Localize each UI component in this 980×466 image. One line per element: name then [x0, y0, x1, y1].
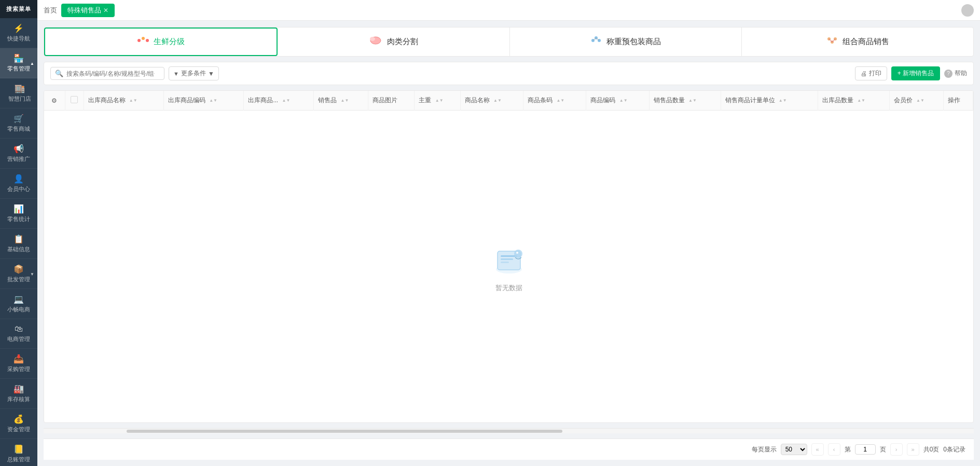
- th-sale-qty-label: 销售品数量: [654, 97, 685, 104]
- sidebar-item-inventory[interactable]: 🏭 库存核算: [0, 379, 37, 409]
- inventory-icon: 🏭: [13, 384, 24, 394]
- print-button[interactable]: 🖨 打印: [855, 66, 887, 80]
- sidebar-item-label: 小畅电商: [7, 306, 30, 313]
- retail-mgmt-icon: 🏪: [13, 53, 24, 63]
- horizontal-scrollbar[interactable]: [44, 428, 974, 433]
- th-prod-barcode[interactable]: 商品条码 ▲▼: [523, 91, 586, 111]
- new-product-button[interactable]: + 新增销售品: [891, 66, 940, 80]
- sort-icon[interactable]: ▲▼: [209, 98, 217, 103]
- active-tab[interactable]: 特殊销售品 ✕: [61, 4, 115, 17]
- help-icon: ?: [944, 70, 953, 78]
- th-prod-name[interactable]: 商品名称 ▲▼: [460, 91, 523, 111]
- help-button[interactable]: ? 帮助: [944, 69, 967, 78]
- svg-point-21: [516, 252, 518, 254]
- sort-icon[interactable]: ▲▼: [129, 98, 137, 103]
- first-page-icon: «: [816, 446, 819, 453]
- sidebar-item-marketing[interactable]: 📢 营销推广: [0, 139, 37, 169]
- per-page-select[interactable]: 10 20 50 100: [781, 444, 807, 455]
- sidebar-item-label: 零售商城: [7, 125, 30, 133]
- sort-icon[interactable]: ▲▼: [619, 98, 628, 103]
- th-check[interactable]: [65, 91, 84, 111]
- sidebar-item-smart-store[interactable]: 🏬 智慧门店: [0, 78, 37, 108]
- cat-tab-fresh-grade[interactable]: 生鲜分级: [44, 28, 278, 56]
- th-out-name-label: 出库商品名称: [88, 97, 126, 104]
- sidebar: 搜索菜单 ⚡ 快捷导航 🏪 零售管理 🏬 智慧门店 🛒 零售商城 📢 营销推广 …: [0, 0, 37, 466]
- sidebar-item-retail-mall[interactable]: 🛒 零售商城: [0, 108, 37, 139]
- print-icon: 🖨: [861, 70, 867, 77]
- sidebar-item-retail-mgmt[interactable]: 🏪 零售管理: [0, 48, 37, 78]
- prev-page-btn[interactable]: ‹: [828, 443, 840, 456]
- th-out-code-label: 出库商品编码: [168, 97, 205, 104]
- th-out-name[interactable]: 出库商品名称 ▲▼: [84, 91, 163, 111]
- th-prod-code[interactable]: 商品编码 ▲▼: [586, 91, 649, 111]
- sidebar-item-quick-nav[interactable]: ⚡ 快捷导航: [0, 18, 37, 48]
- cat-tab-weight-pkg[interactable]: 称重预包装商品: [510, 28, 742, 56]
- th-out-spec[interactable]: 出库商品... ▲▼: [244, 91, 314, 111]
- cat-tab-meat-split[interactable]: 肉类分割: [278, 28, 509, 56]
- sidebar-item-label: 基础信息: [7, 245, 30, 253]
- search-input[interactable]: [66, 70, 155, 77]
- tab-close-icon[interactable]: ✕: [103, 7, 108, 14]
- page-suffix: 页: [880, 445, 886, 454]
- th-out-code[interactable]: 出库商品编码 ▲▼: [163, 91, 243, 111]
- sort-icon[interactable]: ▲▼: [341, 98, 349, 103]
- select-all-checkbox[interactable]: [71, 96, 78, 103]
- sort-icon[interactable]: ▲▼: [556, 98, 564, 103]
- sidebar-item-ecom-mgmt[interactable]: 🛍 电商管理: [0, 319, 37, 349]
- th-member-price[interactable]: 会员价 ▲▼: [889, 91, 944, 111]
- th-out-qty[interactable]: 出库品数量 ▲▼: [818, 91, 889, 111]
- th-sale-unit[interactable]: 销售商品计量单位 ▲▼: [721, 91, 818, 111]
- sort-icon[interactable]: ▲▼: [688, 98, 697, 103]
- member-center-icon: 👤: [13, 174, 24, 184]
- sidebar-item-mini-ecom[interactable]: 💻 小畅电商: [0, 289, 37, 319]
- th-out-qty-label: 出库品数量: [822, 97, 853, 104]
- breadcrumb-home[interactable]: 首页: [44, 6, 57, 15]
- sort-icon[interactable]: ▲▼: [779, 98, 787, 103]
- sidebar-item-label: 零售统计: [7, 215, 30, 223]
- sort-icon[interactable]: ▲▼: [857, 98, 865, 103]
- sidebar-item-purchase-mgmt[interactable]: 📥 采购管理: [0, 349, 37, 379]
- meat-split-icon: [368, 36, 383, 48]
- smart-store-icon: 🏬: [15, 84, 25, 93]
- sidebar-item-general-ledger[interactable]: 📒 总账管理: [0, 439, 37, 466]
- user-avatar[interactable]: [961, 4, 974, 17]
- th-main-weight[interactable]: 主重 ▲▼: [415, 91, 460, 111]
- sidebar-item-basic-info[interactable]: 📋 基础信息: [0, 229, 37, 259]
- sidebar-item-member-center[interactable]: 👤 会员中心: [0, 169, 37, 199]
- next-page-btn[interactable]: ›: [890, 443, 903, 456]
- sort-icon[interactable]: ▲▼: [916, 98, 924, 103]
- th-main-weight-label: 主重: [419, 97, 431, 104]
- th-sale-prod[interactable]: 销售品 ▲▼: [314, 91, 368, 111]
- empty-icon: [488, 241, 530, 277]
- page-label: 第: [845, 445, 851, 454]
- search-box[interactable]: 🔍: [50, 67, 164, 80]
- sort-icon[interactable]: ▲▼: [435, 98, 444, 103]
- sidebar-item-batch-mgmt[interactable]: 📦 批发管理: [0, 259, 37, 289]
- sort-icon[interactable]: ▲▼: [493, 98, 502, 103]
- sort-icon[interactable]: ▲▼: [282, 98, 291, 103]
- marketing-icon: 📢: [13, 144, 24, 154]
- svg-rect-18: [501, 258, 513, 260]
- svg-point-2: [146, 39, 149, 42]
- filter-btn[interactable]: ▼ 更多条件 ▼: [169, 66, 219, 80]
- print-label: 打印: [869, 69, 881, 78]
- sidebar-item-retail-stats[interactable]: 📊 零售统计: [0, 199, 37, 229]
- th-prod-img[interactable]: 商品图片: [368, 91, 415, 111]
- last-page-btn[interactable]: »: [907, 443, 919, 456]
- sidebar-item-finance[interactable]: 💰 资金管理: [0, 409, 37, 439]
- th-action: 操作: [944, 91, 973, 111]
- scrollbar-thumb[interactable]: [127, 430, 562, 433]
- fresh-grade-icon: [137, 36, 149, 48]
- sidebar-item-label: 批发管理: [7, 276, 30, 283]
- sidebar-logo[interactable]: 搜索菜单: [0, 0, 37, 18]
- first-page-btn[interactable]: «: [811, 443, 824, 456]
- general-ledger-icon: 📒: [13, 444, 24, 454]
- th-gear[interactable]: ⚙: [44, 91, 65, 111]
- category-tabs: 生鲜分级 肉类分割: [44, 27, 974, 57]
- cat-tab-combo-sales[interactable]: 组合商品销售: [742, 28, 973, 56]
- th-sale-qty[interactable]: 销售品数量 ▲▼: [649, 91, 721, 111]
- column-settings-icon[interactable]: ⚙: [51, 97, 57, 104]
- basic-info-icon: 📋: [13, 234, 24, 244]
- content-area: 生鲜分级 肉类分割: [37, 21, 980, 466]
- page-input[interactable]: [855, 444, 876, 455]
